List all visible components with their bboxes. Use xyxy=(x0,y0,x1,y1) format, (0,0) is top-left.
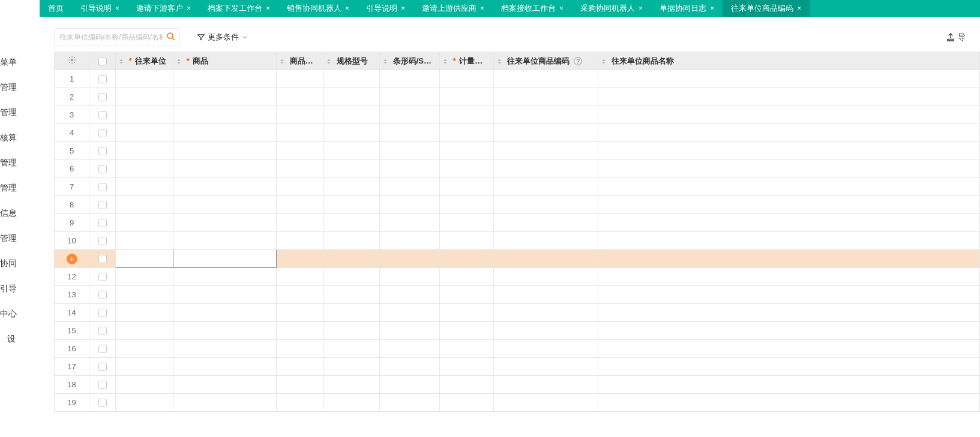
select-all-checkbox[interactable] xyxy=(98,57,107,65)
table-row[interactable]: 6 xyxy=(55,160,980,178)
cell[interactable] xyxy=(494,124,598,142)
cell[interactable] xyxy=(277,142,323,160)
row-checkbox-cell[interactable] xyxy=(89,178,116,196)
cell[interactable] xyxy=(277,394,323,412)
cell[interactable] xyxy=(173,88,277,106)
tab[interactable]: 单据协同日志× xyxy=(651,0,723,17)
tab[interactable]: 邀请上游供应商× xyxy=(413,0,493,17)
cell[interactable] xyxy=(380,358,440,376)
cell[interactable] xyxy=(598,250,980,268)
cell[interactable] xyxy=(440,196,494,214)
row-checkbox[interactable] xyxy=(98,399,107,407)
cell[interactable] xyxy=(323,322,380,340)
cell[interactable] xyxy=(380,376,440,394)
cell[interactable] xyxy=(173,196,277,214)
table-row[interactable]: 9 xyxy=(55,214,980,232)
tab[interactable]: 销售协同机器人× xyxy=(278,0,358,17)
tab[interactable]: 往来单位商品编码× xyxy=(723,0,810,17)
cell[interactable] xyxy=(494,376,598,394)
cell[interactable] xyxy=(440,286,494,304)
cell[interactable] xyxy=(598,358,980,376)
cell[interactable] xyxy=(494,268,598,286)
cell[interactable] xyxy=(598,178,980,196)
cell[interactable] xyxy=(277,340,323,358)
cell[interactable] xyxy=(494,88,598,106)
cell[interactable] xyxy=(380,196,440,214)
cell[interactable] xyxy=(598,214,980,232)
sidebar-item[interactable]: 中心 xyxy=(0,301,18,326)
add-row-button[interactable]: + xyxy=(55,250,89,268)
cell[interactable] xyxy=(323,232,380,250)
table-row[interactable]: 12 xyxy=(55,268,980,286)
cell[interactable] xyxy=(277,106,323,124)
row-checkbox[interactable] xyxy=(98,201,107,209)
cell[interactable] xyxy=(380,322,440,340)
close-icon[interactable]: × xyxy=(797,5,801,12)
col-settings[interactable] xyxy=(55,52,89,70)
search-icon[interactable] xyxy=(166,31,176,42)
sidebar-item[interactable]: 管理 xyxy=(0,100,18,125)
cell[interactable] xyxy=(277,196,323,214)
cell[interactable] xyxy=(440,160,494,178)
cell[interactable] xyxy=(116,70,173,88)
cell[interactable] xyxy=(494,394,598,412)
cell[interactable] xyxy=(440,250,494,268)
cell[interactable] xyxy=(116,250,173,268)
cell[interactable] xyxy=(440,304,494,322)
row-checkbox-cell[interactable] xyxy=(89,88,116,106)
cell[interactable] xyxy=(116,394,173,412)
sidebar-item[interactable]: 设 xyxy=(0,326,18,351)
cell[interactable] xyxy=(598,376,980,394)
cell[interactable] xyxy=(173,124,277,142)
cell[interactable] xyxy=(323,70,380,88)
cell[interactable] xyxy=(173,394,277,412)
row-checkbox[interactable] xyxy=(98,363,107,371)
cell[interactable] xyxy=(116,214,173,232)
row-checkbox[interactable] xyxy=(98,273,107,281)
row-checkbox[interactable] xyxy=(98,255,107,263)
row-checkbox[interactable] xyxy=(98,219,107,227)
row-checkbox-cell[interactable] xyxy=(89,286,116,304)
cell[interactable] xyxy=(494,196,598,214)
cell[interactable] xyxy=(323,358,380,376)
cell[interactable] xyxy=(598,106,980,124)
row-checkbox-cell[interactable] xyxy=(89,142,116,160)
col-measure[interactable]: * 计量单位 xyxy=(440,52,494,70)
cell[interactable] xyxy=(494,250,598,268)
cell[interactable] xyxy=(598,196,980,214)
close-icon[interactable]: × xyxy=(710,5,714,12)
cell[interactable] xyxy=(598,394,980,412)
sidebar-item[interactable]: 管理 xyxy=(0,175,18,200)
row-checkbox-cell[interactable] xyxy=(89,70,116,88)
close-icon[interactable]: × xyxy=(266,5,270,12)
cell[interactable] xyxy=(598,340,980,358)
cell[interactable] xyxy=(116,268,173,286)
sidebar-item[interactable]: 协同 xyxy=(0,251,18,276)
sidebar-item[interactable]: 引导 xyxy=(0,276,18,301)
table-row[interactable]: 15 xyxy=(55,322,980,340)
cell[interactable] xyxy=(440,88,494,106)
cell[interactable] xyxy=(277,178,323,196)
cell[interactable] xyxy=(116,106,173,124)
row-checkbox[interactable] xyxy=(98,309,107,317)
cell[interactable] xyxy=(440,142,494,160)
close-icon[interactable]: × xyxy=(401,5,405,12)
cell[interactable] xyxy=(173,304,277,322)
close-icon[interactable]: × xyxy=(115,5,119,12)
table-row[interactable]: 5 xyxy=(55,142,980,160)
cell[interactable] xyxy=(380,232,440,250)
cell[interactable] xyxy=(173,358,277,376)
row-checkbox[interactable] xyxy=(98,381,107,389)
table-row[interactable]: 4 xyxy=(55,124,980,142)
cell[interactable] xyxy=(323,214,380,232)
cell[interactable] xyxy=(323,196,380,214)
cell[interactable] xyxy=(173,160,277,178)
table-row[interactable]: 7 xyxy=(55,178,980,196)
cell[interactable] xyxy=(440,124,494,142)
col-unit-name[interactable]: 往来单位商品名称 xyxy=(598,52,980,70)
cell[interactable] xyxy=(380,70,440,88)
cell[interactable] xyxy=(116,196,173,214)
cell[interactable] xyxy=(380,250,440,268)
cell[interactable] xyxy=(380,124,440,142)
more-filters-button[interactable]: 更多条件 xyxy=(197,32,248,43)
